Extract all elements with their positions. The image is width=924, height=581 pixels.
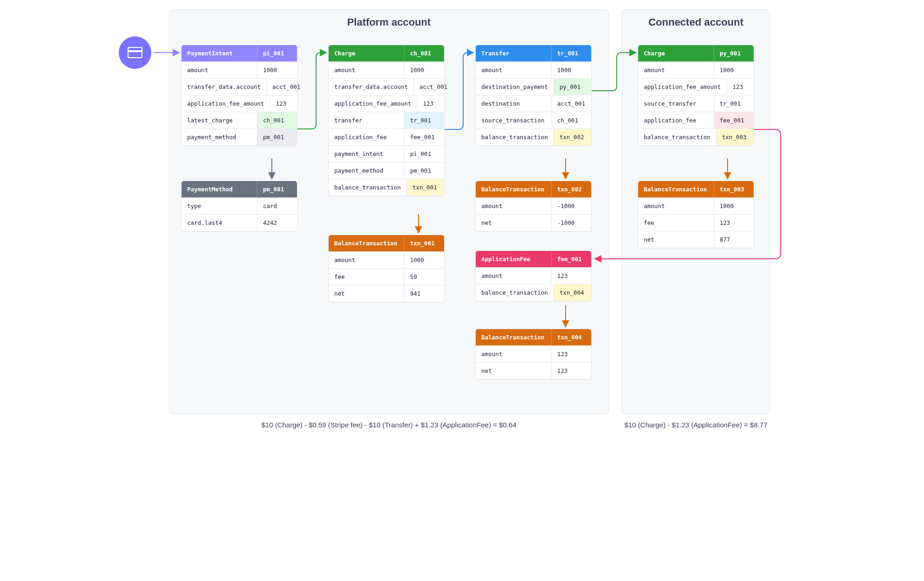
table-row: balance_transactiontxn_001 xyxy=(329,179,444,196)
field-value: 1000 xyxy=(257,62,297,78)
table-row: transfer_data.accountacct_001 xyxy=(182,78,297,95)
credit-card-icon xyxy=(119,36,151,69)
charge-object: Charge ch_001 amount1000 transfer_data.a… xyxy=(328,45,445,196)
field-key: amount xyxy=(329,252,405,268)
payment-intent-object: PaymentIntent pi_001 amount1000 transfer… xyxy=(181,45,297,146)
table-row: amount1000 xyxy=(182,61,297,78)
object-type: Charge xyxy=(638,45,714,61)
field-value: 123 xyxy=(552,346,591,362)
application-fee-object: ApplicationFee fee_001 amount123 balance… xyxy=(475,250,592,301)
field-value: 1000 xyxy=(405,62,444,78)
field-value: fee_001 xyxy=(714,112,754,128)
field-value: 59 xyxy=(405,269,444,285)
balance-transaction-object: BalanceTransaction txn_002 amount-1000 n… xyxy=(475,181,592,231)
table-row: payment_methodpm_001 xyxy=(182,128,297,145)
field-key: fee xyxy=(638,215,714,231)
field-key: amount xyxy=(182,62,257,78)
field-value: acct_001 xyxy=(552,95,591,112)
table-row: amount1000 xyxy=(638,197,754,214)
field-value: 4242 xyxy=(257,215,297,231)
field-value: tr_001 xyxy=(405,112,444,128)
field-value: card xyxy=(257,198,297,214)
panel-title: Platform account xyxy=(169,16,608,28)
field-value: -1000 xyxy=(552,215,591,231)
object-id: txn_004 xyxy=(552,329,591,345)
field-value: 123 xyxy=(714,215,754,231)
field-key: application_fee_amount xyxy=(329,95,418,112)
object-id: tr_001 xyxy=(552,45,591,61)
field-value: py_001 xyxy=(554,79,591,95)
svg-rect-1 xyxy=(128,50,142,52)
transfer-object: Transfer tr_001 amount1000 destination_p… xyxy=(475,45,592,146)
table-row: amount123 xyxy=(476,267,591,284)
field-value: 123 xyxy=(727,79,754,95)
object-id: fee_001 xyxy=(552,251,591,267)
table-row: latest_chargech_001 xyxy=(182,112,297,128)
object-id: txn_001 xyxy=(405,235,444,251)
field-key: net xyxy=(638,231,714,248)
object-header: Transfer tr_001 xyxy=(476,45,591,61)
table-row: amount1000 xyxy=(476,61,591,78)
field-value: acct_001 xyxy=(267,79,306,95)
panel-footer: $10 (Charge) - $0.59 (Stripe fee) - $10 … xyxy=(169,421,608,429)
table-row: card.last44242 xyxy=(182,214,297,231)
field-value: acct_001 xyxy=(414,79,453,95)
table-row: source_transactionch_001 xyxy=(476,112,591,128)
field-value: txn_004 xyxy=(554,284,591,301)
object-header: PaymentIntent pi_001 xyxy=(182,45,297,61)
object-header: BalanceTransaction txn_001 xyxy=(329,235,444,251)
field-key: fee xyxy=(329,269,405,285)
field-key: net xyxy=(476,215,552,231)
field-key: type xyxy=(182,198,257,214)
field-key: amount xyxy=(476,268,552,284)
table-row: source_transfertr_001 xyxy=(638,95,754,112)
field-key: amount xyxy=(476,346,552,362)
object-type: BalanceTransaction xyxy=(476,181,552,197)
table-row: amount1000 xyxy=(329,251,444,268)
field-value: txn_001 xyxy=(407,179,444,196)
object-header: BalanceTransaction txn_002 xyxy=(476,181,591,197)
object-id: txn_002 xyxy=(552,181,591,197)
table-row: transfertr_001 xyxy=(329,112,444,128)
object-header: BalanceTransaction txn_003 xyxy=(638,181,754,197)
object-header: ApplicationFee fee_001 xyxy=(476,251,591,267)
field-key: net xyxy=(476,363,552,379)
table-row: amount1000 xyxy=(638,61,754,78)
object-id: ch_001 xyxy=(405,45,444,61)
field-key: amount xyxy=(638,198,714,214)
balance-transaction-object: BalanceTransaction txn_001 amount1000 fe… xyxy=(328,235,445,302)
table-row: amount123 xyxy=(476,345,591,362)
object-header: PaymentMethod pm_001 xyxy=(182,181,297,197)
table-row: amount1000 xyxy=(329,61,444,78)
field-value: ch_001 xyxy=(257,112,297,128)
panel-title: Connected account xyxy=(622,16,770,28)
object-header: BalanceTransaction txn_004 xyxy=(476,329,591,345)
object-type: Charge xyxy=(329,45,405,61)
field-value: pm_001 xyxy=(257,129,297,145)
object-type: Transfer xyxy=(476,45,552,61)
panel-footer: $10 (Charge) - $1.23 (ApplicationFee) = … xyxy=(622,421,770,429)
field-value: 123 xyxy=(270,95,297,112)
object-type: ApplicationFee xyxy=(476,251,552,267)
object-type: BalanceTransaction xyxy=(638,181,714,197)
field-key: amount xyxy=(329,62,405,78)
table-row: application_fee_amount123 xyxy=(182,95,297,112)
field-key: balance_transaction xyxy=(476,129,554,145)
field-key: source_transaction xyxy=(476,112,552,128)
field-key: amount xyxy=(476,198,552,214)
object-type: BalanceTransaction xyxy=(329,235,405,251)
field-key: net xyxy=(329,285,405,302)
table-row: application_feefee_001 xyxy=(638,112,754,128)
field-value: fee_001 xyxy=(405,129,444,145)
table-row: net123 xyxy=(476,362,591,379)
table-row: destinationacct_001 xyxy=(476,95,591,112)
table-row: application_fee_amount123 xyxy=(329,95,444,112)
balance-transaction-object: BalanceTransaction txn_004 amount123 net… xyxy=(475,329,592,379)
field-value: tr_001 xyxy=(714,95,754,112)
table-row: typecard xyxy=(182,197,297,214)
field-key: payment_method xyxy=(182,129,257,145)
field-key: balance_transaction xyxy=(476,284,554,301)
field-value: 877 xyxy=(714,231,754,248)
object-type: PaymentIntent xyxy=(182,45,257,61)
field-key: amount xyxy=(638,62,714,78)
